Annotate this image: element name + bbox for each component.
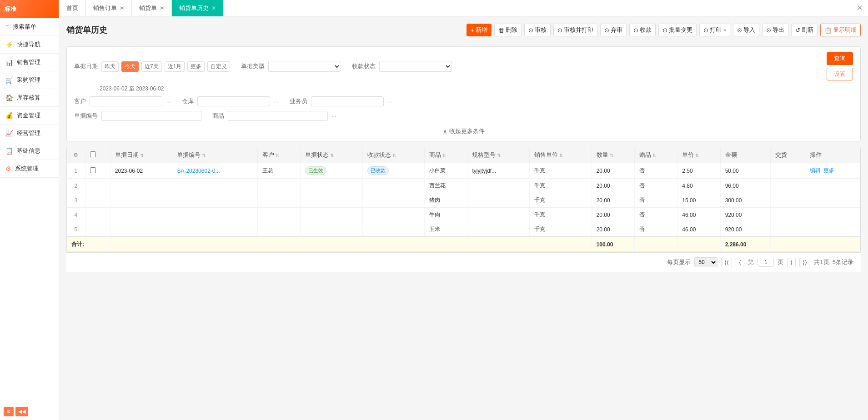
- sidebar-item-operation[interactable]: 📈 经营管理: [0, 125, 59, 142]
- row-doc-number: [172, 179, 257, 193]
- date-btn-1month[interactable]: 近1月: [165, 61, 185, 72]
- th-doc-status[interactable]: 单据状态 ⇅: [300, 147, 362, 163]
- warehouse-dots[interactable]: ···: [274, 98, 279, 105]
- tab-sales-order[interactable]: 销售订单 ✕: [86, 0, 132, 16]
- sidebar-header: 标准: [0, 0, 59, 18]
- sidebar-item-finance[interactable]: 💰 资金管理: [0, 107, 59, 125]
- sort-icon-quantity: ⇅: [610, 153, 613, 158]
- product-input[interactable]: [228, 111, 328, 121]
- product-dots[interactable]: ···: [331, 113, 336, 120]
- select-all-checkbox[interactable]: [90, 151, 96, 157]
- th-collection-status[interactable]: 收款状态 ⇅: [362, 147, 425, 163]
- doc-number-input[interactable]: [101, 111, 201, 121]
- sidebar-item-system-mgmt[interactable]: ⚙ 系统管理: [0, 160, 59, 178]
- sort-icon-doc-number: ⇅: [202, 153, 206, 158]
- page-number-input[interactable]: [758, 258, 774, 267]
- tab-sales-goods[interactable]: 销货单 ✕: [132, 0, 172, 16]
- refresh-button[interactable]: ↺ 刷新: [791, 24, 818, 36]
- row-customer: [257, 179, 300, 193]
- audit-print-button[interactable]: ⊙ 审核并打印: [553, 24, 597, 36]
- row-checkbox: [85, 222, 110, 237]
- export-button[interactable]: ⊙ 导出: [762, 24, 788, 36]
- show-detail-button[interactable]: 📋 显示明细: [820, 24, 861, 36]
- th-unit-price[interactable]: 单价 ⇅: [677, 147, 720, 163]
- date-btn-custom[interactable]: 自定义: [207, 61, 230, 72]
- th-settings[interactable]: ⚙: [67, 147, 85, 163]
- date-btn-7days[interactable]: 近7天: [141, 61, 162, 72]
- th-customer[interactable]: 客户 ⇅: [257, 147, 300, 163]
- sidebar-item-inventory[interactable]: 🏠 库存核算: [0, 89, 59, 107]
- collect-button[interactable]: ⊙ 收款: [629, 24, 656, 36]
- import-button[interactable]: ⊙ 导入: [733, 24, 759, 36]
- th-quantity[interactable]: 数量 ⇅: [592, 147, 634, 163]
- customer-dots[interactable]: ···: [166, 98, 171, 105]
- row-product: 玉米: [425, 222, 467, 237]
- salesperson-input[interactable]: [311, 96, 384, 106]
- batch-change-button[interactable]: ⊙ 批量变更: [658, 24, 697, 36]
- tab-home[interactable]: 首页: [59, 0, 86, 16]
- date-btn-yesterday[interactable]: 昨天: [101, 61, 119, 72]
- page-next-btn[interactable]: ⟩: [787, 258, 796, 267]
- sidebar-item-search-menu[interactable]: ≡ 搜索菜单: [0, 18, 59, 36]
- table-body: 1 2023-06-02 SA-20230602-0... 王总 已生效 已收款…: [67, 163, 860, 237]
- sidebar-item-quick-nav[interactable]: ⚡ 快捷导航: [0, 36, 59, 54]
- customer-filter-item: 客户 ···: [74, 96, 171, 106]
- page-size-select[interactable]: 50 100 200: [694, 257, 717, 267]
- doc-type-select[interactable]: [268, 61, 341, 72]
- tab-sales-order-close[interactable]: ✕: [120, 5, 124, 11]
- summary-row: 合计: 100.00 2,286.00: [67, 237, 860, 252]
- date-btn-more[interactable]: 更多: [187, 61, 205, 72]
- tab-bar-close-all[interactable]: ✕: [851, 4, 868, 12]
- doc-number-link[interactable]: SA-20230602-0...: [177, 168, 220, 174]
- tab-sales-history-close[interactable]: ✕: [211, 5, 216, 11]
- sidebar-item-label: 资金管理: [17, 111, 40, 120]
- salesperson-dots[interactable]: ···: [387, 98, 392, 105]
- tab-sales-goods-close[interactable]: ✕: [160, 5, 164, 11]
- customer-input[interactable]: [90, 96, 162, 106]
- date-btn-today[interactable]: 今天: [121, 61, 139, 72]
- quick-nav-icon: ⚡: [5, 41, 13, 48]
- audit-button[interactable]: ⊙ 审核: [524, 24, 551, 36]
- sidebar-settings-btn[interactable]: ⚙: [4, 407, 14, 416]
- sidebar-item-purchase-mgmt[interactable]: 🛒 采购管理: [0, 71, 59, 89]
- page-first-btn[interactable]: ⟨⟨: [721, 258, 732, 267]
- row-select-checkbox[interactable]: [90, 167, 96, 173]
- filter-row-1: 单据日期 昨天 今天 近7天 近1月 更多 自定义 单据类型: [74, 52, 853, 80]
- more-action[interactable]: 更多: [823, 167, 834, 175]
- sidebar-item-basic-info[interactable]: 📋 基础信息: [0, 142, 59, 160]
- row-gift: 否: [634, 163, 677, 179]
- print-button[interactable]: ⊙ 打印 ▾: [699, 24, 730, 36]
- tab-sales-history[interactable]: 销货单历史 ✕: [172, 0, 224, 16]
- th-gift[interactable]: 赠品 ⇅: [634, 147, 677, 163]
- collapse-button[interactable]: ∧ 收起更多条件: [443, 127, 485, 135]
- abandon-button[interactable]: ⊙ 弃审: [600, 24, 627, 36]
- th-checkbox: [85, 147, 110, 163]
- add-button[interactable]: + 新增: [467, 24, 492, 36]
- product-filter-item: 商品 ···: [212, 111, 336, 121]
- row-doc-date: [110, 193, 172, 208]
- warehouse-input[interactable]: [197, 96, 270, 106]
- collection-status-select[interactable]: [379, 61, 452, 72]
- show-detail-icon: 📋: [824, 27, 832, 34]
- sidebar-item-sales-mgmt[interactable]: 📊 销售管理: [0, 54, 59, 71]
- th-product[interactable]: 商品 ⇅: [425, 147, 467, 163]
- add-label: 新增: [476, 26, 487, 34]
- sidebar-collapse-btn[interactable]: ◀◀: [15, 407, 28, 416]
- row-amount: 300.00: [720, 193, 770, 208]
- delete-button[interactable]: 🗑 删除: [494, 24, 522, 36]
- th-doc-number[interactable]: 单据编号 ⇅: [172, 147, 257, 163]
- collapse-icon: ∧: [443, 128, 447, 135]
- edit-action[interactable]: 编辑: [810, 167, 821, 175]
- row-spec: [467, 208, 530, 222]
- th-doc-date[interactable]: 单据日期 ⇅: [110, 147, 172, 163]
- row-product: 小白菜: [425, 163, 467, 179]
- query-button[interactable]: 查询: [827, 52, 853, 65]
- row-unit-price: 46.00: [677, 208, 720, 222]
- page-last-btn[interactable]: ⟩⟩: [799, 258, 810, 267]
- th-unit[interactable]: 销售单位 ⇅: [530, 147, 592, 163]
- row-settings: 3: [67, 193, 85, 208]
- row-doc-date: [110, 222, 172, 237]
- set-button[interactable]: 设置: [827, 68, 853, 80]
- th-spec[interactable]: 规格型号 ⇅: [467, 147, 530, 163]
- page-prev-btn[interactable]: ⟨: [736, 258, 744, 267]
